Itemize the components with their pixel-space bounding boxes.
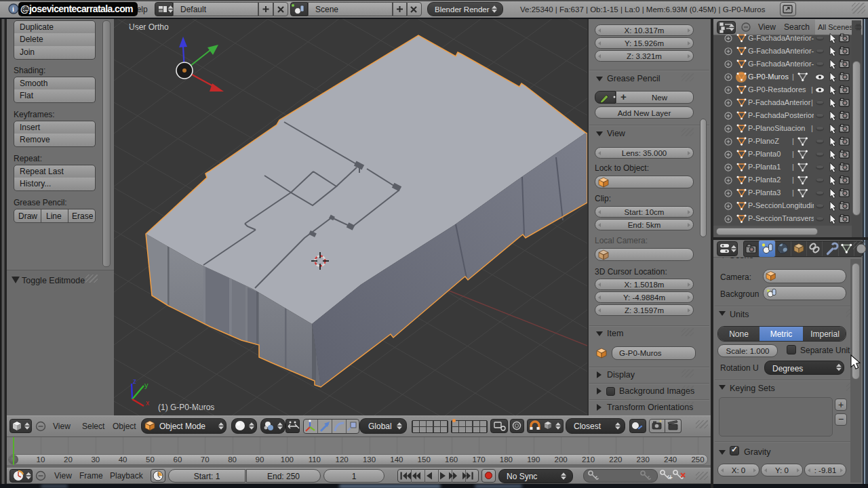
svg-text:i: i	[12, 5, 14, 13]
svg-text:z: z	[133, 378, 136, 385]
svg-text:x: x	[146, 399, 149, 407]
svg-text:+: +	[669, 474, 673, 481]
svg-text:y: y	[144, 381, 149, 389]
svg-text:+: +	[659, 419, 662, 424]
